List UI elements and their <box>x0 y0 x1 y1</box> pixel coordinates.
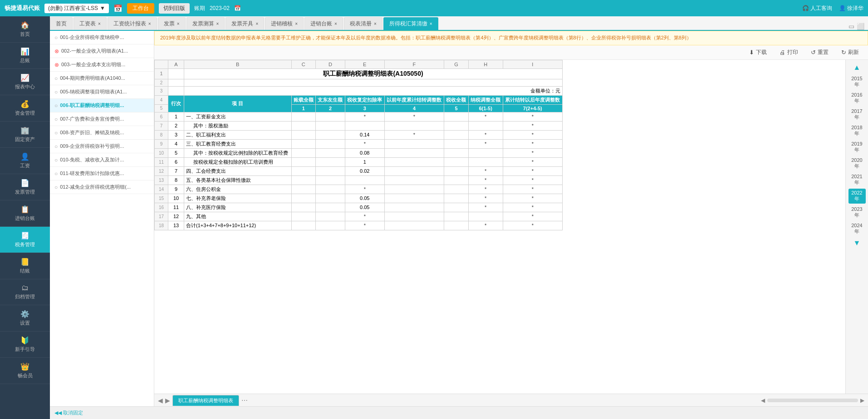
close-tab-invoice-calc[interactable]: × <box>216 21 219 26</box>
sidebar-label-invoice: 发票管理 <box>15 189 35 195</box>
col-header-rownum <box>155 60 168 68</box>
workspace-button[interactable]: 工作台 <box>127 3 154 14</box>
refresh-button[interactable]: ↻ 刷新 <box>838 47 863 58</box>
close-tab-sales-ledger[interactable]: × <box>334 21 337 26</box>
sidebar-label-ledger: 总账 <box>20 57 30 64</box>
col-header-shuishou: 税收复定扣除率 <box>345 95 384 104</box>
cancel-fixed-link[interactable]: ◀◀ 取消固定 <box>54 409 83 416</box>
sheet-nav-next[interactable]: ▶ <box>165 397 170 404</box>
tab-sales-ledger[interactable]: 进销台账 × <box>304 17 343 30</box>
finance-icon: 💰 <box>20 100 29 108</box>
file-item-008[interactable]: ○ 008-资产折旧、摊销及纳税... <box>50 126 154 140</box>
sheet-tab-more[interactable]: ⋯ <box>241 397 248 404</box>
status-ok-active-icon: ○ <box>54 102 58 109</box>
sidebar-item-home[interactable]: 🏠 首页 <box>0 16 50 43</box>
toolbar: ⬇ 下载 🖨 打印 ↺ 重置 ↻ 刷新 <box>154 45 868 60</box>
year-2018[interactable]: 2018年 <box>848 123 866 138</box>
sidebar-label-member: 畅会员 <box>18 372 33 379</box>
tabs-maximize-icon[interactable]: ⬜ <box>857 23 864 30</box>
file-item-010[interactable]: ○ 010-免税、减收收入及加计... <box>50 153 154 167</box>
sidebar-item-member[interactable]: 👑 畅会员 <box>0 358 50 384</box>
col-header-hangci: 行次 <box>168 95 184 112</box>
reset-button[interactable]: ↺ 重置 <box>807 47 832 58</box>
sidebar-item-sales[interactable]: 📋 进销台账 <box>0 200 50 227</box>
year-2022[interactable]: 2022年 <box>848 189 866 204</box>
file-item-007[interactable]: ○ 007-广告费和业务宣传费明... <box>50 112 154 126</box>
tab-payroll-stats[interactable]: 工资统计报表 × <box>108 17 157 30</box>
file-item-001[interactable]: ○ 001-企业所得税年度纳税申... <box>50 31 154 44</box>
col-header-shuishouall: 税收全额 <box>444 95 469 104</box>
sheet-tab-main[interactable]: 职工薪酬纳税调整明细表 <box>172 395 239 406</box>
sidebar-item-archive[interactable]: 🗂 归档管理 <box>0 279 50 305</box>
tab-invoice-issue[interactable]: 发票开具 × <box>226 17 264 30</box>
sidebar-item-ledger[interactable]: 📊 总账 <box>0 43 50 69</box>
status-ok-icon: ○ <box>54 130 58 136</box>
year-2016[interactable]: 2016年 <box>848 91 866 106</box>
year-2017[interactable]: 2017年 <box>848 107 866 122</box>
sidebar-item-close[interactable]: 📒 结账 <box>0 253 50 279</box>
close-tab-payroll[interactable]: × <box>98 21 101 26</box>
tab-sales-audit[interactable]: 进销稽核 × <box>265 17 304 30</box>
col-header-h: H <box>468 60 503 68</box>
file-item-003[interactable]: ⊗ 003-一般企业成本支出明细... <box>50 58 154 72</box>
year-2015[interactable]: 2015年 <box>848 74 866 89</box>
user-menu[interactable]: 👤 徐泽华 <box>839 5 863 12</box>
table-title: 职工薪酬纳税调整明细表(A105050) <box>184 68 563 79</box>
sidebar-item-guide[interactable]: 🔰 新手引导 <box>0 331 50 358</box>
sidebar-item-finance[interactable]: 💰 资金管理 <box>0 95 50 122</box>
horizontal-scrollbar[interactable] <box>767 399 858 402</box>
sidebar-item-tax[interactable]: 🧾 税务管理 <box>0 227 50 253</box>
close-tab-tax-forms[interactable]: × <box>374 21 377 26</box>
home-icon: 🏠 <box>20 21 29 29</box>
close-tab-invoice-issue[interactable]: × <box>255 21 258 26</box>
tab-tax-forms[interactable]: 税表清册 × <box>344 17 383 30</box>
sidebar-item-payroll[interactable]: 👤 工资 <box>0 148 50 174</box>
tab-invoice[interactable]: 发票 × <box>158 17 186 30</box>
scroll-right-icon[interactable]: ▶ <box>860 397 864 404</box>
year-2024[interactable]: 2024年 <box>848 221 866 236</box>
download-button[interactable]: ⬇ 下载 <box>745 47 770 58</box>
col-header-b: B <box>184 60 292 68</box>
company-selector[interactable]: (勿删) 江西睿宝-LSS ▼ <box>44 4 109 13</box>
year-2019[interactable]: 2019年 <box>848 140 866 155</box>
file-item-011[interactable]: ○ 011-研发费用加计扣除优惠... <box>50 167 154 180</box>
year-2023[interactable]: 2023年 <box>848 205 866 220</box>
year-2021[interactable]: 2021年 <box>848 172 866 187</box>
tabs-minimize-icon[interactable]: ▭ <box>848 23 854 30</box>
file-item-012[interactable]: ○ 012-减免企业所得税优惠明细(... <box>50 180 154 194</box>
sidebar-item-assets[interactable]: 🏢 固定资产 <box>0 122 50 148</box>
tab-invoice-calc[interactable]: 发票测算 × <box>186 17 225 30</box>
col-header-i: I <box>503 60 562 68</box>
status-ok-icon: ○ <box>54 89 58 95</box>
close-tab-sales-audit[interactable]: × <box>295 21 298 26</box>
sheet-scroll-bar[interactable]: ◀ ▶ <box>761 397 864 404</box>
tab-home[interactable]: 首页 <box>50 17 73 30</box>
guide-icon: 🔰 <box>20 336 29 345</box>
file-item-009[interactable]: ○ 009-企业所得税弥补亏损明... <box>50 140 154 153</box>
sidebar-item-reports[interactable]: 📈 报表中心 <box>0 69 50 95</box>
sidebar-item-settings[interactable]: ⚙️ 设置 <box>0 305 50 331</box>
year-scroll-down[interactable]: ▼ <box>846 238 868 248</box>
switch-version-button[interactable]: 切到旧版 <box>159 3 190 14</box>
sheet-nav-prev[interactable]: ◀ <box>158 397 163 404</box>
year-2020[interactable]: 2020年 <box>848 156 866 171</box>
col-subheader-3: 3 <box>345 104 384 112</box>
support-link[interactable]: 🎧 人工客询 <box>802 5 832 12</box>
close-tab-payroll-stats[interactable]: × <box>148 21 151 26</box>
spreadsheet-area[interactable]: A B C D E F G H I <box>154 60 845 394</box>
reset-icon: ↺ <box>811 49 816 56</box>
file-item-006[interactable]: ○ 006-职工薪酬纳税调整明细... <box>50 99 154 112</box>
file-item-002[interactable]: ⊗ 002-一般企业收入明细表(A1... <box>50 44 154 58</box>
close-tab-invoice[interactable]: × <box>177 21 180 26</box>
file-item-004[interactable]: ○ 004-期间费用明细表(A1040... <box>50 72 154 85</box>
tab-payroll[interactable]: 工资表 × <box>74 17 107 30</box>
sidebar-item-invoice[interactable]: 📄 发票管理 <box>0 174 50 200</box>
sidebar-label-guide: 新手引导 <box>15 346 35 353</box>
close-tab-income-tax[interactable]: × <box>430 21 432 26</box>
year-scroll-up[interactable]: ▲ <box>846 62 868 73</box>
print-button[interactable]: 🖨 打印 <box>776 47 802 58</box>
reports-icon: 📈 <box>20 73 29 82</box>
file-item-005[interactable]: ○ 005-纳税调整项目明细表(A1... <box>50 85 154 99</box>
scroll-left-icon[interactable]: ◀ <box>761 397 765 404</box>
tab-income-tax[interactable]: 所得税汇算清缴 × <box>383 17 438 30</box>
